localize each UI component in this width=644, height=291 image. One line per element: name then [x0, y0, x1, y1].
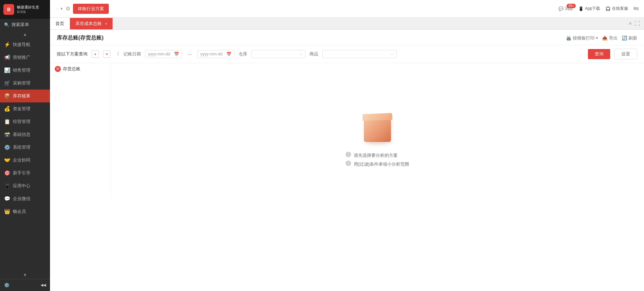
- online-service-button[interactable]: 🎧 在线客服: [605, 6, 628, 11]
- breadcrumb: ··· ▾: [55, 6, 63, 11]
- content-area: 库存总账(存货总账) 🖨️ 按模板打印 ▾ 📤 导出 🔄 刷新 按以下方案: [50, 30, 644, 291]
- sidebar-item-label: 应用中心: [13, 183, 30, 189]
- goods-more-icon[interactable]: ···: [390, 52, 394, 56]
- sidebar-item-apps[interactable]: 📱 应用中心: [0, 179, 50, 192]
- sidebar-item-sales[interactable]: 📊 销售管理: [0, 64, 50, 77]
- marketing-icon: 📢: [4, 54, 10, 60]
- sidebar-item-system[interactable]: ⚙️ 系统管理: [0, 141, 50, 154]
- scroll-down-btn[interactable]: ▼: [0, 271, 50, 279]
- page-header: 库存总账(存货总账) 🖨️ 按模板打印 ▾ 📤 导出 🔄 刷新: [50, 30, 644, 45]
- vip-icon: 👑: [4, 209, 10, 215]
- sidebar-item-label: 快捷导航: [13, 42, 30, 48]
- export-label: 导出: [609, 35, 618, 41]
- empty-illustration: [361, 113, 394, 147]
- sidebar-item-wechat[interactable]: 💬 企业微信: [0, 192, 50, 205]
- sidebar-item-basics[interactable]: 🗃️ 基础信息: [0, 128, 50, 141]
- page-actions: 🖨️ 按模板打印 ▾ 📤 导出 🔄 刷新: [566, 35, 637, 41]
- sidebar-item-purchase[interactable]: 🛒 采购管理: [0, 77, 50, 90]
- collapse-icon[interactable]: ◀◀: [41, 283, 46, 287]
- export-button[interactable]: 📤 导出: [602, 35, 618, 41]
- basics-icon: 🗃️: [4, 131, 10, 138]
- settings-icon[interactable]: ⚙: [66, 5, 70, 12]
- empty-state: 1 请先选择要分析的方案 2 用[过滤]条件来缩小分析范围: [346, 113, 409, 169]
- calendar-to-icon[interactable]: 📅: [226, 52, 231, 56]
- sidebar-nav: ⚡ 快捷导航 📢 营销推广 📊 销售管理 🛒 采购管理 📦 库存核算 💰 资金管…: [0, 38, 50, 271]
- filter-add-button[interactable]: +: [92, 50, 99, 58]
- refresh-label: 刷新: [628, 35, 637, 41]
- scheme-item-label: 存货总账: [63, 66, 80, 72]
- data-area: 1 请先选择要分析的方案 2 用[过滤]条件来缩小分析范围: [111, 63, 644, 198]
- finance-icon: 💰: [4, 106, 10, 112]
- sidebar-bottom: ⚙️ ◀◀: [0, 279, 50, 291]
- purchase-icon: 🛒: [4, 80, 10, 86]
- warehouse-select[interactable]: ···: [251, 50, 305, 58]
- scheme-item-inventory-ledger[interactable]: 存 存货总账: [50, 63, 110, 75]
- sidebar-item-label: 资金管理: [13, 106, 30, 112]
- goods-select[interactable]: ···: [322, 50, 397, 58]
- topbar-left: ··· ▾ ⚙ 体验行业方案: [55, 4, 555, 14]
- sidebar-item-enterprise[interactable]: 🤝 企业协同: [0, 154, 50, 167]
- sidebar-item-finance[interactable]: 💰 资金管理: [0, 102, 50, 115]
- user-menu[interactable]: Rit: [634, 6, 639, 11]
- calendar-from-icon[interactable]: 📅: [174, 52, 179, 56]
- query-button[interactable]: 查询: [588, 49, 610, 59]
- logo-icon: B: [3, 4, 14, 15]
- date-to-input[interactable]: yyyy-mm-dd 📅: [197, 50, 234, 58]
- date-field-label: 记账日期: [123, 51, 141, 57]
- system-icon: ⚙️: [4, 144, 10, 150]
- message-badge: 99+: [567, 4, 576, 8]
- goods-field-label: 商品: [309, 51, 318, 57]
- empty-box-icon: [364, 118, 391, 142]
- refresh-button[interactable]: 🔄 刷新: [622, 35, 637, 41]
- filter-collapse-button[interactable]: 《: [115, 51, 119, 57]
- filter-scheme-label: 按以下方案查询: [57, 51, 88, 57]
- search-menu[interactable]: 🔍 搜索菜单: [0, 19, 50, 30]
- tab-close-icon[interactable]: ×: [105, 22, 107, 26]
- hint-text-2: 用[过滤]条件来缩小分析范围: [354, 160, 409, 169]
- sidebar-item-label: 企业微信: [13, 196, 30, 202]
- app-download-button[interactable]: 📱 App下载: [578, 6, 600, 11]
- print-button[interactable]: 🖨️ 按模板打印 ▾: [566, 35, 598, 41]
- print-icon: 🖨️: [566, 35, 571, 41]
- breadcrumb-chevron-icon[interactable]: ▾: [60, 6, 63, 11]
- date-from-input[interactable]: yyyy-mm-dd 📅: [145, 50, 182, 58]
- message-button[interactable]: 💬 消息 99+: [559, 6, 573, 11]
- filter-settings-button[interactable]: 设置: [614, 49, 637, 59]
- sidebar: B 畅捷通好生意 标准版 🔍 搜索菜单 ▲ ⚡ 快捷导航 📢 营销推广 📊 销售…: [0, 0, 50, 291]
- sidebar-item-marketing[interactable]: 📢 营销推广: [0, 51, 50, 64]
- trial-button[interactable]: 体验行业方案: [73, 4, 109, 14]
- sidebar-item-label: 库存核算: [13, 93, 30, 99]
- user-name: Rit: [634, 6, 639, 11]
- search-menu-label: 搜索菜单: [11, 22, 29, 28]
- shortcuts-icon: ⚡: [4, 42, 10, 48]
- sidebar-item-operations[interactable]: 📋 经营管理: [0, 115, 50, 128]
- settings-icon[interactable]: ⚙️: [4, 283, 9, 288]
- sidebar-item-label: 畅会员: [13, 209, 26, 215]
- wechat-icon: 💬: [4, 196, 10, 202]
- apps-icon: 📱: [4, 183, 10, 189]
- tab-right-controls: × ⛶: [625, 21, 644, 27]
- message-icon: 💬: [559, 6, 564, 11]
- tab-inventory-cost[interactable]: 库存成本总账 ×: [70, 18, 113, 29]
- print-label: 按模板打印: [573, 35, 595, 41]
- warehouse-more-icon[interactable]: ···: [299, 52, 302, 56]
- sidebar-item-guide[interactable]: 🎯 新手引导: [0, 167, 50, 179]
- tab-panel-close-icon[interactable]: ×: [629, 21, 632, 27]
- enterprise-icon: 🤝: [4, 157, 10, 163]
- sidebar-item-label: 系统管理: [13, 144, 30, 150]
- empty-hints: 1 请先选择要分析的方案 2 用[过滤]条件来缩小分析范围: [346, 151, 409, 169]
- filter-del-button[interactable]: ×: [103, 50, 110, 58]
- print-chevron-icon[interactable]: ▾: [596, 36, 598, 40]
- hint-num-2: 2: [346, 161, 351, 166]
- sidebar-item-inventory[interactable]: 📦 库存核算: [0, 90, 50, 102]
- tab-panel-resize-icon[interactable]: ⛶: [635, 21, 640, 27]
- sidebar-item-label: 营销推广: [13, 54, 30, 60]
- sidebar-item-shortcuts[interactable]: ⚡ 快捷导航: [0, 38, 50, 51]
- warehouse-field-label: 仓库: [239, 51, 247, 57]
- headset-icon: 🎧: [605, 6, 611, 11]
- sidebar-item-vip[interactable]: 👑 畅会员: [0, 205, 50, 218]
- tabbar: 首页 库存成本总账 × × ⛶: [50, 18, 644, 30]
- scroll-up-btn[interactable]: ▲: [0, 30, 50, 38]
- tab-home[interactable]: 首页: [50, 18, 70, 29]
- phone-icon: 📱: [578, 6, 584, 11]
